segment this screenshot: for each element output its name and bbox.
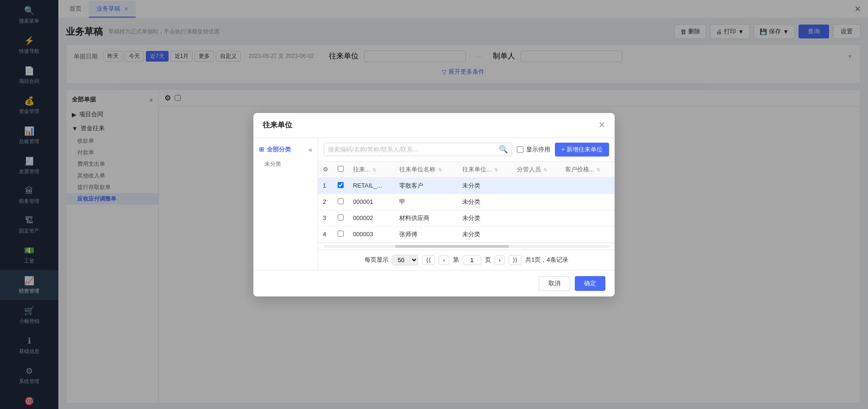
col-code-sort: ⇅ <box>372 167 376 172</box>
col-gear-icon: ⚙ <box>323 166 328 173</box>
table-row[interactable]: 4 000003 张师傅 未分类 <box>318 226 615 242</box>
modal-cat-all[interactable]: ⊞ 全部分类 « <box>253 142 318 157</box>
row2-select-checkbox[interactable] <box>338 198 344 204</box>
modal-cat-unclassified[interactable]: 未分类 <box>253 157 318 171</box>
modal-search-box: 🔍 <box>324 143 512 156</box>
per-page-select[interactable]: 10 20 50 100 <box>392 255 418 265</box>
scrollbar-thumb <box>395 245 509 248</box>
col-checkbox <box>333 162 348 178</box>
row4-checkbox <box>333 226 348 242</box>
show-disabled-option: 显示停用 <box>517 145 550 154</box>
page-label: 第 <box>453 256 459 264</box>
col-price-level: 客户价格... ⇅ <box>560 162 615 178</box>
row1-code: RETAIL_... <box>348 177 395 194</box>
cancel-button[interactable]: 取消 <box>539 276 570 291</box>
modal-header: 往来单位 ✕ <box>253 113 615 138</box>
row2-price <box>560 194 615 210</box>
confirm-button[interactable]: 确定 <box>575 276 605 291</box>
row4-select-checkbox[interactable] <box>338 231 344 237</box>
modal-pagination: 每页显示 10 20 50 100 ⟨⟨ ‹ 第 页 › ⟩⟩ 共1页，4条记录 <box>318 250 615 270</box>
table-row[interactable]: 1 RETAIL_... 零散客户 未分类 <box>318 177 615 194</box>
table-row[interactable]: 2 000001 甲 未分类 <box>318 194 615 210</box>
row3-price <box>560 210 615 226</box>
row1-checkbox <box>333 177 348 194</box>
row1-category: 未分类 <box>458 177 512 194</box>
modal-sidebar: ⊞ 全部分类 « 未分类 <box>253 138 318 270</box>
show-disabled-checkbox[interactable] <box>517 146 523 153</box>
col-manager: 分管人员 ⇅ <box>512 162 560 178</box>
col-gear: ⚙ <box>318 162 333 178</box>
modal-toolbar: 🔍 显示停用 + 新增往来单位 <box>318 138 615 162</box>
row2-name: 甲 <box>395 194 458 210</box>
modal-sidebar-collapse-button[interactable]: « <box>308 146 312 153</box>
row4-price <box>560 226 615 242</box>
add-counterpart-button[interactable]: + 新增往来单位 <box>555 143 609 157</box>
row2-code: 000001 <box>348 194 395 210</box>
row4-code: 000003 <box>348 226 395 242</box>
first-page-button[interactable]: ⟨⟨ <box>422 255 435 265</box>
row2-num: 2 <box>318 194 333 210</box>
modal-close-button[interactable]: ✕ <box>598 121 605 129</box>
row1-num: 1 <box>318 177 333 194</box>
row3-code: 000002 <box>348 210 395 226</box>
col-name-sort: ⇅ <box>438 167 442 172</box>
prev-page-button[interactable]: ‹ <box>439 255 449 265</box>
last-page-button[interactable]: ⟩⟩ <box>509 255 522 265</box>
row3-checkbox <box>333 210 348 226</box>
next-page-button[interactable]: › <box>495 255 505 265</box>
row4-num: 4 <box>318 226 333 242</box>
row2-category: 未分类 <box>458 194 512 210</box>
row1-price <box>560 177 615 194</box>
modal-search-input[interactable] <box>328 146 496 153</box>
row1-select-checkbox[interactable] <box>338 182 344 188</box>
col-price-sort: ⇅ <box>597 167 600 172</box>
row3-name: 材料供应商 <box>395 210 458 226</box>
row4-manager <box>512 226 560 242</box>
row1-manager <box>512 177 560 194</box>
row4-category: 未分类 <box>458 226 512 242</box>
search-icon[interactable]: 🔍 <box>499 145 508 154</box>
table-header-row: ⚙ 往来... ⇅ 往来单位名称 <box>318 162 615 178</box>
table-row[interactable]: 3 000002 材料供应商 未分类 <box>318 210 615 226</box>
row1-name: 零散客户 <box>395 177 458 194</box>
modal-dialog: 往来单位 ✕ ⊞ 全部分类 « 未分类 <box>253 113 615 296</box>
table-select-all-checkbox[interactable] <box>338 166 344 172</box>
row3-select-checkbox[interactable] <box>338 214 344 220</box>
horizontal-scrollbar[interactable] <box>318 243 615 250</box>
modal-table: ⚙ 往来... ⇅ 往来单位名称 <box>318 162 615 243</box>
grid-icon: ⊞ <box>259 146 264 153</box>
current-page-input[interactable] <box>463 255 481 265</box>
row4-name: 张师傅 <box>395 226 458 242</box>
col-category: 往来单位... ⇅ <box>458 162 512 178</box>
modal-body: ⊞ 全部分类 « 未分类 🔍 显示停 <box>253 138 615 270</box>
col-name: 往来单位名称 ⇅ <box>395 162 458 178</box>
modal-main: 🔍 显示停用 + 新增往来单位 ⚙ <box>318 138 615 270</box>
col-code: 往来... ⇅ <box>348 162 395 178</box>
col-manager-sort: ⇅ <box>543 167 547 172</box>
page-suffix: 页 <box>485 256 491 264</box>
modal-footer: 取消 确定 <box>253 270 615 296</box>
row3-num: 3 <box>318 210 333 226</box>
modal-overlay: 往来单位 ✕ ⊞ 全部分类 « 未分类 <box>0 0 868 409</box>
row3-category: 未分类 <box>458 210 512 226</box>
table-body: 1 RETAIL_... 零散客户 未分类 <box>318 177 615 242</box>
row3-manager <box>512 210 560 226</box>
modal-title: 往来单位 <box>263 120 292 130</box>
counterpart-table: ⚙ 往来... ⇅ 往来单位名称 <box>318 162 615 243</box>
total-records-info: 共1页，4条记录 <box>525 256 568 264</box>
row2-manager <box>512 194 560 210</box>
scrollbar-track <box>324 245 609 248</box>
col-category-sort: ⇅ <box>494 167 498 172</box>
row2-checkbox <box>333 194 348 210</box>
